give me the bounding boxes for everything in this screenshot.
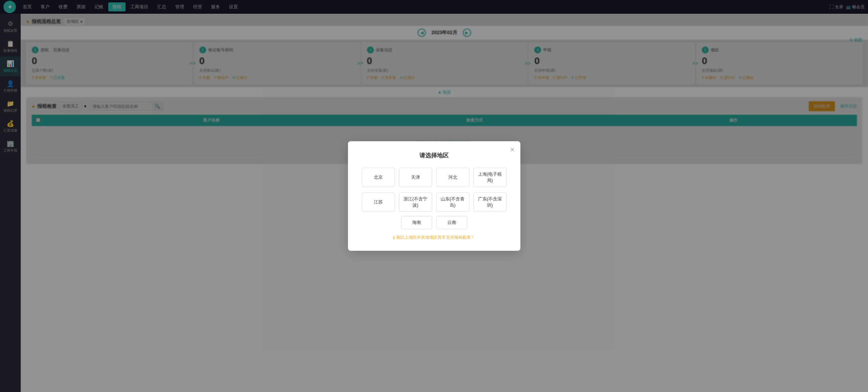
region-btn-yunnan[interactable]: 云南 (436, 216, 467, 229)
modal-close-button[interactable]: ✕ (510, 146, 515, 154)
region-btn-jiangsu[interactable]: 江苏 (362, 193, 395, 212)
region-row-2: 江苏 浙江(不含宁波) 山东(不含青岛) 广东(不含深圳) (362, 193, 507, 212)
region-row-1: 北京 天津 河北 上海(电子税局) (362, 168, 507, 187)
region-btn-zhejiang[interactable]: 浙江(不含宁波) (399, 193, 432, 212)
region-select-modal: ✕ 请选择地区 北京 天津 河北 上海(电子税局) 江苏 浙江(不含宁波) 山东… (348, 141, 520, 251)
region-row-3: 海南 云南 (362, 216, 507, 229)
region-btn-beijing[interactable]: 北京 (362, 168, 395, 187)
region-btn-shanghai[interactable]: 上海(电子税局) (473, 168, 507, 187)
content-area: ● 报税流程总览 全地区 ▾ ◀ 2023年02月 ▶ ↻ 刷新 (21, 14, 868, 392)
warning-text: 除以上地区外其他地区暂不支持报税检查！ (396, 235, 475, 240)
main-layout: ⚙ 报税设置 📋 批量报税 📊 报税总览 👤 个税申报 📁 报税记录 💰 汇算清… (0, 14, 868, 392)
modal-title: 请选择地区 (362, 152, 507, 159)
region-btn-tianjin[interactable]: 天津 (399, 168, 432, 187)
region-btn-shandong[interactable]: 山东(不含青岛) (436, 193, 469, 212)
modal-overlay: ✕ 请选择地区 北京 天津 河北 上海(电子税局) 江苏 浙江(不含宁波) 山东… (21, 14, 868, 392)
region-btn-hebei[interactable]: 河北 (436, 168, 469, 187)
region-btn-guangdong[interactable]: 广东(不含深圳) (473, 193, 507, 212)
modal-warning: ℹ 除以上地区外其他地区暂不支持报税检查！ (362, 235, 507, 240)
region-btn-hainan[interactable]: 海南 (401, 216, 432, 229)
warning-icon: ℹ (393, 235, 395, 240)
